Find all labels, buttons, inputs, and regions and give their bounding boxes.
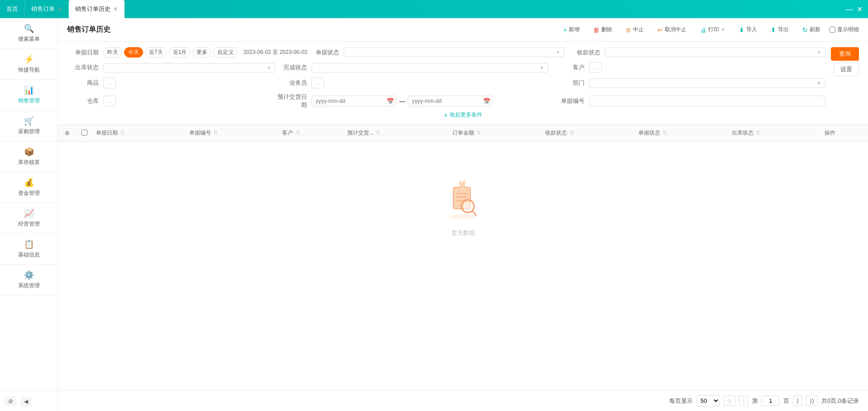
minimize-icon[interactable]: — xyxy=(846,5,853,13)
payment-status-chevron: ▼ xyxy=(817,50,821,55)
date-from-input[interactable] xyxy=(312,96,397,106)
th-operation: 操作 xyxy=(821,125,868,142)
delete-button[interactable]: 🗑 删除 xyxy=(589,24,617,36)
sort-payment-status-icon: ⇅ xyxy=(570,130,574,136)
close-window-icon[interactable]: ✕ xyxy=(857,5,863,14)
doc-date-label: 单据日期 xyxy=(67,48,103,57)
select-all-checkbox[interactable] xyxy=(82,130,87,135)
sidebar-item-capital[interactable]: 💰 资金管理 xyxy=(0,172,58,203)
page-title: 销售订单历史 xyxy=(67,25,110,34)
per-page-select[interactable]: 50 10 20 100 xyxy=(696,395,720,406)
first-page-btn[interactable]: ⟨⟨ xyxy=(724,396,735,406)
sort-order-amount-icon: ⇅ xyxy=(476,130,481,136)
show-detail-checkbox-wrapper[interactable]: 显示明细 xyxy=(830,26,859,34)
toolbar: + 新增 🗑 删除 ⊘ 中止 ↩ 取消中止 🖨 打印 xyxy=(559,24,859,36)
filter-area: 单据日期 昨天 今天 近7天 近1月 更多 自定义 2023-06-02 至 2… xyxy=(58,42,868,125)
th-doc-number[interactable]: 单据编号 ⇅ xyxy=(186,125,279,142)
next-page-btn[interactable]: ⟩ xyxy=(793,396,802,406)
date-7days-btn[interactable]: 近7天 xyxy=(145,47,167,58)
date-custom-btn[interactable]: 自定义 xyxy=(213,47,238,58)
sidebar-item-inventory[interactable]: 📦 库存核算 xyxy=(0,141,58,172)
import-button[interactable]: ⬇ 导入 xyxy=(734,24,762,36)
prev-page-btn[interactable]: ⟨ xyxy=(739,396,748,406)
query-button[interactable]: 查询 xyxy=(831,47,859,61)
sidebar-item-base-info[interactable]: 📋 基础信息 xyxy=(0,234,58,265)
new-button[interactable]: + 新增 xyxy=(559,24,584,36)
th-delivery-status[interactable]: 出库状态 ⇅ xyxy=(728,125,821,142)
close-tab-sales-order[interactable]: ✕ xyxy=(58,6,62,12)
delete-icon: 🗑 xyxy=(593,26,599,34)
completion-status-select[interactable]: ▼ xyxy=(312,63,548,73)
tab-sales-order[interactable]: 销售订单 ✕ xyxy=(25,0,69,18)
delivery-status-select[interactable]: ▼ xyxy=(103,63,275,73)
refresh-button[interactable]: ↻ 刷新 xyxy=(798,24,825,36)
show-detail-checkbox[interactable] xyxy=(830,27,835,33)
filter-settings-button[interactable]: 设置 xyxy=(834,63,859,76)
print-dropdown-icon: ▼ xyxy=(721,27,725,32)
th-payment-status[interactable]: 收款状态 ⇅ xyxy=(542,125,635,142)
sidebar-settings-btn[interactable]: ⚙ xyxy=(5,396,17,406)
filter-row-4: 仓库 ... 预计交货日期 📅 — xyxy=(67,93,825,109)
page-input[interactable] xyxy=(762,396,780,406)
date-quick-btns: 昨天 今天 近7天 近1月 更多 自定义 2023-06-02 至 2023-0… xyxy=(103,47,307,58)
th-doc-status[interactable]: 单据状态 ⇅ xyxy=(635,125,728,142)
sort-expected-delivery-icon: ⇅ xyxy=(376,130,380,136)
doc-status-select[interactable]: ▼ xyxy=(344,48,564,57)
salesperson-label: 业务员 xyxy=(275,79,312,87)
th-expected-delivery[interactable]: 预计交货... ⇅ xyxy=(344,125,449,142)
doc-status-chevron: ▼ xyxy=(556,50,560,55)
expected-date-range: 📅 — 📅 xyxy=(312,96,493,106)
date-more-btn[interactable]: 更多 xyxy=(192,47,211,58)
print-button[interactable]: 🖨 打印 ▼ xyxy=(695,24,730,36)
svg-point-7 xyxy=(463,202,472,211)
sales-mgmt-icon: 📊 xyxy=(24,85,34,95)
empty-icon xyxy=(441,178,486,223)
table-header-row: ⚙ 单据日期 ⇅ 单据编号 ⇅ 客户 ⇅ xyxy=(58,125,868,142)
date-today-btn[interactable]: 今天 xyxy=(124,47,143,58)
cancel-stop-button[interactable]: ↩ 取消中止 xyxy=(653,24,691,36)
sidebar: 🔍 搜索菜单 ⚡ 快捷导航 📊 销售管理 🛒 采购管理 📦 库存核算 💰 资金管… xyxy=(0,18,58,411)
collapse-row[interactable]: ∧ 收起更多条件 xyxy=(67,109,859,119)
sidebar-item-search-menu[interactable]: 🔍 搜索菜单 xyxy=(0,18,58,49)
th-doc-date[interactable]: 单据日期 ⇅ xyxy=(92,125,186,142)
th-checkbox[interactable] xyxy=(76,125,92,142)
th-customer[interactable]: 客户 ⇅ xyxy=(278,125,343,142)
sidebar-item-purchase-mgmt[interactable]: 🛒 采购管理 xyxy=(0,111,58,141)
th-gear[interactable]: ⚙ xyxy=(58,125,76,142)
sidebar-collapse-btn[interactable]: ◀ xyxy=(20,396,32,406)
sidebar-item-quick-nav[interactable]: ⚡ 快捷导航 xyxy=(0,49,58,80)
close-tab-sales-history[interactable]: ✕ xyxy=(113,6,118,12)
import-icon: ⬇ xyxy=(739,26,744,34)
svg-line-8 xyxy=(472,211,476,215)
customer-picker-btn[interactable]: ... xyxy=(589,62,602,73)
doc-number-input[interactable] xyxy=(589,96,826,106)
department-select[interactable]: ▼ xyxy=(589,78,826,88)
capital-icon: 💰 xyxy=(24,178,34,188)
sidebar-bottom: ⚙ ◀ xyxy=(0,392,58,411)
doc-number-label: 单据编号 xyxy=(553,97,589,105)
sidebar-item-sales-mgmt[interactable]: 📊 销售管理 xyxy=(0,80,58,111)
payment-status-select[interactable]: ▼ xyxy=(605,48,825,57)
sidebar-item-operations[interactable]: 📈 经营管理 xyxy=(0,203,58,234)
refresh-icon: ↻ xyxy=(802,26,808,34)
date-1month-btn[interactable]: 近1月 xyxy=(169,47,191,58)
stop-button[interactable]: ⊘ 中止 xyxy=(621,24,648,36)
warehouse-picker-btn[interactable]: ... xyxy=(103,96,116,106)
sidebar-item-system-mgmt[interactable]: ⚙️ 系统管理 xyxy=(0,265,58,295)
th-order-amount[interactable]: 订单金额 ⇅ xyxy=(449,125,542,142)
date-yesterday-btn[interactable]: 昨天 xyxy=(103,47,122,58)
filter-row-2: 出库状态 ▼ 完成状态 ▼ xyxy=(67,62,825,73)
empty-state: 暂无数据 xyxy=(58,142,868,273)
date-range-text: 2023-06-02 至 2023-06-02 xyxy=(243,48,307,56)
export-button[interactable]: ⬆ 导出 xyxy=(766,24,793,36)
cancel-stop-icon: ↩ xyxy=(657,26,663,34)
collapse-up-icon: ∧ xyxy=(444,112,448,118)
date-to-input[interactable] xyxy=(408,96,493,106)
purchase-mgmt-icon: 🛒 xyxy=(24,116,34,126)
product-picker-btn[interactable]: ... xyxy=(103,77,116,88)
tab-sales-history[interactable]: 销售订单历史 ✕ xyxy=(69,0,125,18)
sort-doc-status-icon: ⇅ xyxy=(662,130,667,136)
tab-home[interactable]: 首页 xyxy=(0,0,25,18)
last-page-btn[interactable]: ⟩⟩ xyxy=(806,396,818,406)
salesperson-picker-btn[interactable]: ... xyxy=(312,77,324,88)
